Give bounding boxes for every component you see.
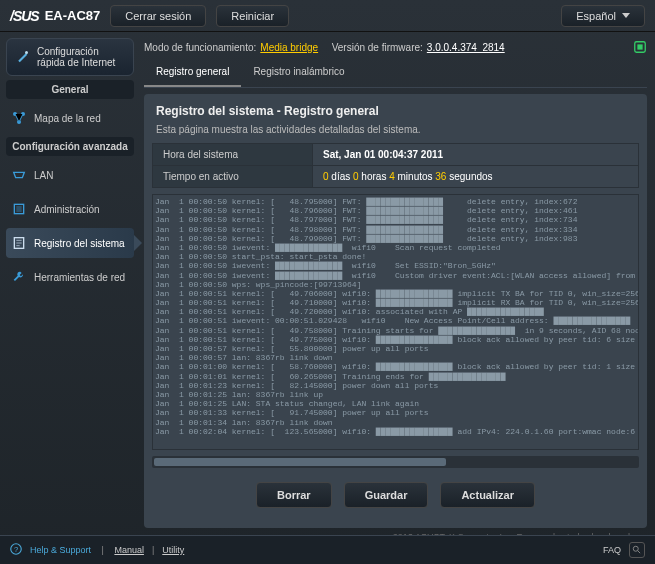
- lan-icon: [10, 166, 28, 184]
- mode-value-link[interactable]: Media bridge: [260, 42, 318, 53]
- uptime-label: Tiempo en activo: [153, 166, 313, 188]
- syslog-icon: [10, 234, 28, 252]
- sidebar-item-network-map[interactable]: Mapa de la red: [6, 103, 134, 133]
- sidebar-item-lan[interactable]: LAN: [6, 160, 134, 190]
- sidebar-item-tools[interactable]: Herramientas de red: [6, 262, 134, 292]
- search-button[interactable]: [629, 542, 645, 558]
- brand-logo: /SUS EA-AC87: [10, 8, 100, 24]
- search-icon: [632, 545, 642, 555]
- tools-icon: [10, 268, 28, 286]
- sidebar-item-admin[interactable]: Administración: [6, 194, 134, 224]
- fw-value-link[interactable]: 3.0.0.4.374_2814: [427, 42, 505, 53]
- language-select[interactable]: Español: [561, 5, 645, 27]
- log-panel: Registro del sistema - Registro general …: [144, 94, 647, 528]
- main-content: Modo de funcionamiento: Media bridge Ver…: [134, 32, 655, 532]
- sidebar-label: Herramientas de red: [34, 272, 125, 283]
- reboot-button[interactable]: Reiniciar: [216, 5, 289, 27]
- mode-row: Modo de funcionamiento: Media bridge Ver…: [144, 36, 647, 58]
- system-info-table: Hora del sistema Sat, Jan 01 00:04:37 20…: [152, 143, 639, 188]
- tab-general-log[interactable]: Registro general: [144, 58, 241, 87]
- svg-point-0: [25, 51, 28, 54]
- sidebar-label: Mapa de la red: [34, 113, 101, 124]
- horizontal-scrollbar[interactable]: [152, 456, 639, 468]
- asus-wordmark: /SUS: [10, 8, 39, 24]
- mode-label: Modo de funcionamiento:: [144, 42, 256, 53]
- svg-point-10: [633, 546, 638, 551]
- time-label: Hora del sistema: [153, 144, 313, 166]
- save-button[interactable]: Guardar: [344, 482, 429, 508]
- time-value: Sat, Jan 01 00:04:37 2011: [323, 149, 443, 160]
- refresh-button[interactable]: Actualizar: [440, 482, 535, 508]
- scrollbar-thumb[interactable]: [154, 458, 446, 466]
- sidebar-label: LAN: [34, 170, 53, 181]
- tabs: Registro general Registro inalámbrico: [144, 58, 647, 88]
- log-textarea[interactable]: Jan 1 00:00:50 kernel: [ 48.795000] FWT:…: [152, 194, 639, 450]
- chevron-down-icon: [622, 13, 630, 18]
- action-buttons: Borrar Guardar Actualizar: [144, 474, 647, 518]
- status-indicator-icon: [633, 40, 647, 54]
- footer-bar: ? Help & Support | Manual | Utility FAQ: [0, 535, 655, 564]
- panel-title: Registro del sistema - Registro general: [144, 94, 647, 124]
- sidebar-item-syslog[interactable]: Registro del sistema: [6, 228, 134, 258]
- admin-icon: [10, 200, 28, 218]
- quick-setup-card[interactable]: Configuración rápida de Internet: [6, 38, 134, 76]
- sidebar-section-general: General: [6, 80, 134, 99]
- wand-icon: [13, 48, 31, 66]
- model-name: EA-AC87: [45, 8, 101, 23]
- clear-button[interactable]: Borrar: [256, 482, 332, 508]
- sidebar: Configuración rápida de Internet General…: [0, 32, 134, 532]
- uptime-value: 0 días 0 horas 4 minutos 36 segundos: [313, 166, 639, 188]
- help-icon: ?: [10, 543, 22, 557]
- language-label: Español: [576, 10, 616, 22]
- fw-label: Versión de firmware:: [332, 42, 423, 53]
- tab-wireless-log[interactable]: Registro inalámbrico: [241, 58, 356, 87]
- sidebar-section-advanced: Configuración avanzada: [6, 137, 134, 156]
- faq-link[interactable]: FAQ: [603, 545, 621, 555]
- sidebar-label: Registro del sistema: [34, 238, 125, 249]
- sidebar-label: Administración: [34, 204, 100, 215]
- panel-description: Esta página muestra las actividades deta…: [144, 124, 647, 143]
- logout-button[interactable]: Cerrar sesión: [110, 5, 206, 27]
- utility-link[interactable]: Utility: [162, 545, 184, 555]
- svg-text:?: ?: [14, 545, 18, 554]
- help-link[interactable]: Help & Support: [30, 545, 91, 555]
- network-map-icon: [10, 109, 28, 127]
- manual-link[interactable]: Manual: [114, 545, 144, 555]
- header-bar: /SUS EA-AC87 Cerrar sesión Reiniciar Esp…: [0, 0, 655, 32]
- quick-setup-label: Configuración rápida de Internet: [37, 46, 127, 68]
- svg-rect-7: [637, 44, 642, 49]
